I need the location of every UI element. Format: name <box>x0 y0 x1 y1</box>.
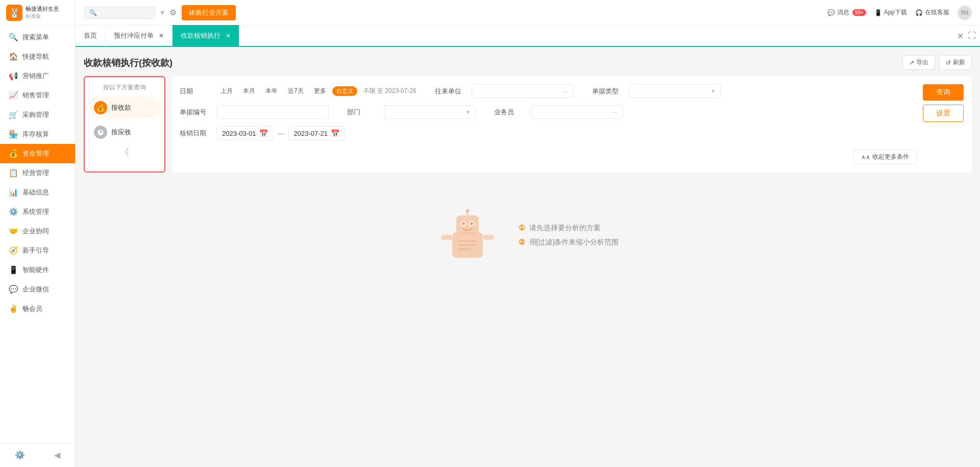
partner-label: 往来单位 <box>435 87 465 96</box>
sidebar-item-label: 新手引导 <box>22 246 49 255</box>
tab-home-label: 首页 <box>84 31 97 40</box>
sidebar-item-label: 搜索菜单 <box>22 33 49 42</box>
filter-sidebar: 按以下方案查询 💰 按收款 🕐 按应收 《 <box>84 76 165 173</box>
filter-option-by-receipt[interactable]: 💰 按收款 <box>89 97 160 118</box>
sidebar-item-marketing[interactable]: 📢 营销推广 <box>0 66 75 86</box>
sidebar-item-sales[interactable]: 📈 销售管理 <box>0 86 75 105</box>
settings-bottom-icon[interactable]: ⚙️ <box>12 447 28 463</box>
tab-fullscreen-icon[interactable]: ⛶ <box>968 31 976 40</box>
dept-dropdown[interactable]: ▾ <box>384 105 476 119</box>
verify-date-label: 核销日期 <box>180 129 210 138</box>
hardware-icon: 📱 <box>8 265 18 275</box>
filter-collapse-icon[interactable]: 《 <box>89 146 160 158</box>
filter-area: 按以下方案查询 💰 按收款 🕐 按应收 《 日 <box>84 76 972 173</box>
tab-receipt-close-icon[interactable]: ✕ <box>226 32 231 39</box>
cooperation-icon: 🤝 <box>8 227 18 236</box>
sidebar-item-label: 智能硬件 <box>22 265 49 275</box>
salesperson-dropdown[interactable]: ··· <box>531 105 623 119</box>
tab-home[interactable]: 首页 <box>76 25 106 46</box>
sidebar-item-label: 企业协同 <box>22 227 49 236</box>
message-item[interactable]: 💬 消息 99+ <box>827 8 866 17</box>
message-label: 消息 <box>837 8 849 17</box>
date-btn-more[interactable]: 更多 <box>310 85 330 97</box>
topbar-dropdown-icon[interactable]: ▾ <box>160 8 164 17</box>
query-row-3: 核销日期 2023-03-01 📅 — 2023-07-21 📅 <box>180 126 917 140</box>
page-header: 收款核销执行(按收款) ↗ 导出 ↺ 刷新 <box>84 55 972 70</box>
sidebar-item-operations[interactable]: 📋 经营管理 <box>0 163 75 183</box>
online-service-item[interactable]: 🎧 在线客服 <box>915 8 949 17</box>
salesperson-label: 业务员 <box>494 108 525 117</box>
app-download-item[interactable]: 📱 App下载 <box>874 8 907 17</box>
collapse-sidebar-icon[interactable]: ◀︎ <box>51 447 63 463</box>
sidebar-item-inventory[interactable]: 🏪 库存核算 <box>0 125 75 144</box>
topbar-search-box[interactable]: 🔍 <box>84 7 155 19</box>
finance-icon: 💰 <box>8 149 18 158</box>
sidebar-item-search[interactable]: 🔍 搜索菜单 <box>0 28 75 47</box>
query-row-1: 日期 上月 本月 本年 近7天 更多 自定义 不限 至 2023-07-26 往… <box>180 84 917 98</box>
sidebar-item-finance[interactable]: 💰 资金管理 <box>0 144 75 163</box>
sidebar-item-guide[interactable]: 🧭 新手引导 <box>0 241 75 260</box>
marketing-icon: 📢 <box>8 71 18 81</box>
app-download-label: App下载 <box>884 8 907 17</box>
empty-hint-1: ① 请先选择要分析的方案 <box>519 220 619 235</box>
system-icon: ⚙️ <box>8 207 18 216</box>
tabbar-right-actions: ✕ ⛶ <box>957 31 980 41</box>
bill-type-dropdown[interactable]: ▾ <box>629 84 721 98</box>
tab-prepay[interactable]: 预付冲应付单 ✕ <box>106 25 173 46</box>
sidebar-item-label: 经营管理 <box>22 168 49 178</box>
basicinfo-icon: 📊 <box>8 188 18 197</box>
date-custom-badge[interactable]: 自定义 <box>332 86 357 96</box>
bill-no-input[interactable] <box>216 105 329 119</box>
main-area: 🔍 ▾ ⚙ 体验行业方案 💬 消息 99+ 📱 App下载 🎧 在线客服 Ri <box>76 0 980 467</box>
query-panel: 日期 上月 本月 本年 近7天 更多 自定义 不限 至 2023-07-26 往… <box>172 76 972 173</box>
query-button[interactable]: 查询 <box>923 84 964 101</box>
sidebar-nav: 🔍 搜索菜单 🏠 快捷导航 📢 营销推广 📈 销售管理 🛒 采购管理 🏪 库存核… <box>0 26 75 443</box>
calendar-end-icon: 📅 <box>331 129 339 137</box>
sidebar-item-quicknav[interactable]: 🏠 快捷导航 <box>0 47 75 66</box>
sidebar-item-purchase[interactable]: 🛒 采购管理 <box>0 105 75 125</box>
page-content: 收款核销执行(按收款) ↗ 导出 ↺ 刷新 按以下方案查询 💰 按收款 <box>76 47 980 467</box>
bill-type-arrow-icon: ▾ <box>712 87 715 95</box>
refresh-label: 刷新 <box>953 58 965 67</box>
sidebar-item-wechat[interactable]: 💬 企业微信 <box>0 280 75 299</box>
message-badge: 99+ <box>852 9 866 16</box>
date-btn-thisyear[interactable]: 本年 <box>261 85 282 97</box>
sidebar-item-label: 采购管理 <box>22 110 49 119</box>
topbar-gear-icon[interactable]: ⚙ <box>169 8 177 17</box>
search-icon: 🔍 <box>8 33 18 42</box>
verify-date-end-input[interactable]: 2023-07-21 📅 <box>288 126 346 140</box>
sidebar-item-label: 基础信息 <box>22 188 49 197</box>
verify-date-start-input[interactable]: 2023-03-01 📅 <box>216 126 274 140</box>
message-icon: 💬 <box>827 9 835 16</box>
date-label: 日期 <box>180 87 210 96</box>
dept-arrow-icon: ▾ <box>467 108 470 116</box>
sidebar-item-label: 库存核算 <box>22 130 49 139</box>
tab-prepay-close-icon[interactable]: ✕ <box>159 32 164 39</box>
topbar-right: 💬 消息 99+ 📱 App下载 🎧 在线客服 Rit <box>827 6 972 20</box>
guide-icon: 🧭 <box>8 246 18 255</box>
tab-close-all-icon[interactable]: ✕ <box>957 31 964 41</box>
date-btn-thismonth[interactable]: 本月 <box>239 85 259 97</box>
collapse-more-button[interactable]: ∧∧ 收起更多条件 <box>853 150 917 164</box>
industry-btn[interactable]: 体验行业方案 <box>182 5 236 20</box>
sidebar-item-member[interactable]: ✌️ 畅会员 <box>0 299 75 318</box>
refresh-button[interactable]: ↺ 刷新 <box>939 55 972 70</box>
sidebar-item-basic-info[interactable]: 📊 基础信息 <box>0 183 75 202</box>
filter-option-by-receivable[interactable]: 🕐 按应收 <box>89 121 160 143</box>
query-panel-footer: ∧∧ 收起更多条件 <box>180 148 917 164</box>
operations-icon: 📋 <box>8 168 18 178</box>
chevron-up-icon: ∧∧ <box>861 154 870 161</box>
settings-button[interactable]: 设置 <box>923 105 964 122</box>
date-btn-lastmonth[interactable]: 上月 <box>216 85 237 97</box>
tab-receipt[interactable]: 收款核销执行 ✕ <box>173 25 239 46</box>
sidebar-item-system[interactable]: ⚙️ 系统管理 <box>0 202 75 222</box>
date-btn-7days[interactable]: 近7天 <box>284 85 308 97</box>
page-header-buttons: ↗ 导出 ↺ 刷新 <box>902 55 972 70</box>
online-service-label: 在线客服 <box>925 8 949 17</box>
export-button[interactable]: ↗ 导出 <box>902 55 935 70</box>
partner-dropdown[interactable]: ··· <box>472 84 574 98</box>
sidebar-item-hardware[interactable]: 📱 智能硬件 <box>0 260 75 280</box>
sidebar-item-cooperation[interactable]: 🤝 企业协同 <box>0 222 75 241</box>
user-avatar[interactable]: Rit <box>958 6 972 20</box>
filter-sidebar-title: 按以下方案查询 <box>89 83 160 92</box>
